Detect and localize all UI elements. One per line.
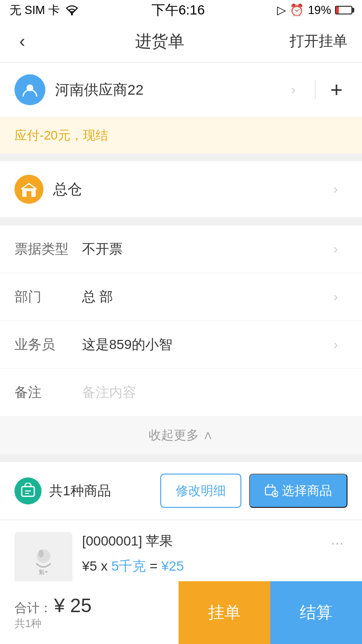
page-title: 进货单 <box>135 30 184 53</box>
svg-rect-3 <box>27 191 31 197</box>
salesman-row[interactable]: 业务员 这是859的小智 › <box>0 321 362 368</box>
alarm-icon: ⏰ <box>290 3 304 17</box>
carrier-text: 无 SIM 卡 <box>10 2 60 18</box>
product-quantity: 5千克 <box>111 559 146 574</box>
salesman-label: 业务员 <box>14 336 82 354</box>
remark-label: 备注 <box>14 383 82 402</box>
department-label: 部门 <box>14 288 82 306</box>
battery-text: 19% <box>308 3 331 17</box>
warehouse-name: 总仓 <box>53 180 334 199</box>
products-icon <box>14 477 42 504</box>
open-pending-button[interactable]: 打开挂单 <box>290 31 348 51</box>
select-product-label: 选择商品 <box>282 482 332 499</box>
footer-total-count: 共1种 <box>14 616 164 631</box>
product-unit-price: ¥5 <box>82 559 97 574</box>
form-section: 票据类型 不开票 › 部门 总 部 › 业务员 这是859的小智 › 备注 备注… <box>0 225 362 454</box>
warehouse-section[interactable]: 总仓 › <box>0 161 362 217</box>
product-code: [0000001] <box>82 533 142 548</box>
add-supplier-button[interactable]: + <box>325 78 348 102</box>
warehouse-icon <box>14 175 43 204</box>
supplier-section: 河南供应商22 › + 应付-20元，现结 <box>0 63 362 154</box>
nav-bar: ‹ 进货单 打开挂单 <box>0 20 362 63</box>
supplier-chevron: › <box>291 82 295 98</box>
invoice-type-chevron: › <box>334 241 338 257</box>
location-icon: ▷ <box>277 3 286 17</box>
footer: 合计： ¥ 25 共1种 挂单 结算 <box>0 581 362 644</box>
supplier-row[interactable]: 河南供应商22 › + <box>0 63 362 117</box>
footer-total-label: 合计： <box>14 600 52 616</box>
edit-details-button[interactable]: 修改明细 <box>160 474 241 508</box>
content-area: 河南供应商22 › + 应付-20元，现结 总仓 › 票据类型 不开票 › <box>0 63 362 644</box>
supplier-divider <box>315 80 316 99</box>
status-right: ▷ ⏰ 19% <box>277 3 352 17</box>
salesman-value: 这是859的小智 <box>82 336 334 354</box>
svg-point-0 <box>71 14 73 15</box>
product-info: [0000001] 苹果 ¥5 x 5千克 = ¥25 <box>82 532 317 575</box>
department-chevron: › <box>334 289 338 305</box>
supplier-notice: 应付-20元，现结 <box>0 117 362 154</box>
product-total: ¥25 <box>161 559 184 574</box>
product-title: 苹果 <box>146 533 173 548</box>
products-count: 共1种商品 <box>49 482 160 500</box>
back-button[interactable]: ‹ <box>14 27 30 56</box>
warehouse-row[interactable]: 总仓 › <box>0 161 362 217</box>
warehouse-chevron: › <box>334 182 338 197</box>
supplier-name: 河南供应商22 <box>55 80 291 100</box>
product-equals: = <box>150 559 161 574</box>
status-left: 无 SIM 卡 <box>10 2 79 18</box>
svg-text:魁+: 魁+ <box>39 569 48 575</box>
battery-icon <box>335 6 352 14</box>
status-time: 下午6:16 <box>152 1 205 19</box>
select-product-button[interactable]: 选择商品 <box>249 474 348 508</box>
product-multiply: x <box>101 559 111 574</box>
salesman-chevron: › <box>334 337 338 352</box>
collapse-button[interactable]: 收起更多 ∧ <box>0 416 362 454</box>
invoice-type-value: 不开票 <box>82 240 334 258</box>
status-bar: 无 SIM 卡 下午6:16 ▷ ⏰ 19% <box>0 0 362 20</box>
pending-button[interactable]: 挂单 <box>179 581 270 644</box>
wifi-icon <box>65 5 79 15</box>
svg-point-7 <box>37 549 50 563</box>
department-value: 总 部 <box>82 288 334 306</box>
invoice-type-row[interactable]: 票据类型 不开票 › <box>0 225 362 273</box>
product-name: [0000001] 苹果 <box>82 532 317 550</box>
remark-input[interactable]: 备注内容 <box>82 383 348 402</box>
footer-total-amount: ¥ 25 <box>54 595 92 616</box>
invoice-type-label: 票据类型 <box>14 240 82 258</box>
product-price-detail: ¥5 x 5千克 = ¥25 <box>82 557 317 575</box>
product-more-button[interactable]: ··· <box>327 532 348 554</box>
products-header: 共1种商品 修改明细 选择商品 <box>0 462 362 519</box>
footer-total: 合计： ¥ 25 共1种 <box>0 595 179 631</box>
checkout-button[interactable]: 结算 <box>270 581 362 644</box>
remark-row[interactable]: 备注 备注内容 <box>0 368 362 416</box>
svg-point-8 <box>39 550 43 558</box>
supplier-avatar <box>14 74 45 105</box>
department-row[interactable]: 部门 总 部 › <box>0 273 362 321</box>
